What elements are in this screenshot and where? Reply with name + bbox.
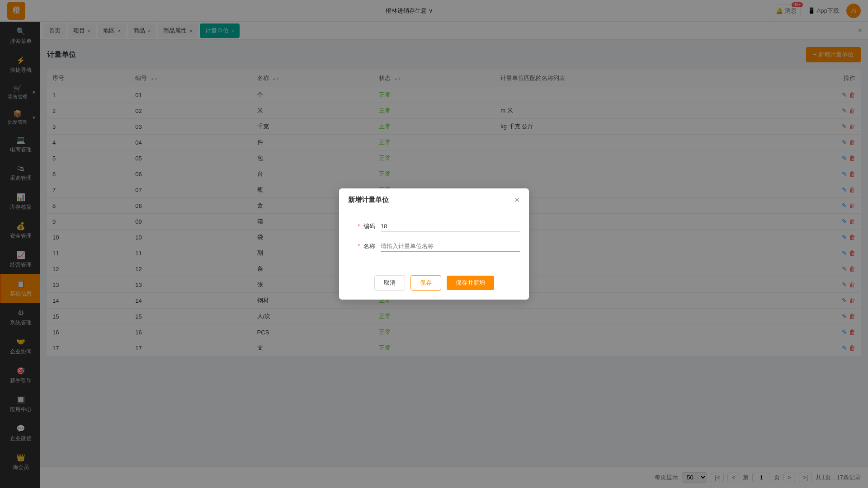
modal-footer: 取消 保存 保存并新增 bbox=[339, 272, 529, 300]
required-indicator: * bbox=[358, 243, 360, 249]
code-label: * 编码 bbox=[348, 222, 375, 230]
modal-close-button[interactable]: ✕ bbox=[514, 196, 520, 204]
save-and-new-button[interactable]: 保存并新增 bbox=[447, 276, 494, 290]
required-indicator: * bbox=[358, 223, 360, 230]
cancel-button[interactable]: 取消 bbox=[374, 275, 405, 291]
name-form-row: * 名称 bbox=[348, 241, 520, 252]
modal-body: * 编码 * 名称 bbox=[339, 210, 529, 272]
code-input[interactable] bbox=[381, 221, 520, 232]
name-input[interactable] bbox=[381, 241, 520, 252]
modal-title: 新增计量单位 bbox=[348, 196, 389, 204]
save-button[interactable]: 保存 bbox=[410, 275, 441, 291]
modal-header: 新增计量单位 ✕ bbox=[339, 188, 529, 210]
code-form-row: * 编码 bbox=[348, 221, 520, 232]
modal-overlay: 新增计量单位 ✕ * 编码 * 名称 取消 保存 保存并新增 bbox=[0, 0, 868, 488]
add-unit-modal: 新增计量单位 ✕ * 编码 * 名称 取消 保存 保存并新增 bbox=[339, 188, 529, 300]
name-label: * 名称 bbox=[348, 242, 375, 250]
